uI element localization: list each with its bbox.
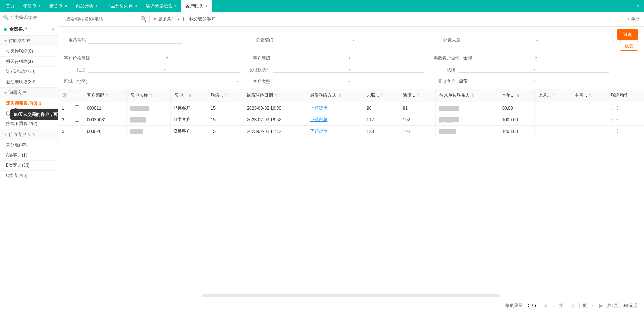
row-checkbox[interactable]	[75, 129, 79, 133]
current-year-sort-icon[interactable]: ⇅	[516, 93, 519, 97]
sidebar-item-declining[interactable]: 持续下滑客户(2) ℹ	[0, 119, 58, 129]
sidebar-item-ungroup[interactable]: 未分组(32)	[0, 140, 58, 150]
type-sort-icon[interactable]: ⇅	[189, 93, 192, 97]
sidebar-item-tomorrow[interactable]: 明天待联络(1)	[0, 57, 58, 67]
query-button[interactable]: 查询	[617, 29, 638, 40]
row-contact-icon[interactable]: ♪	[611, 117, 613, 123]
filter-payment-select[interactable]: ▾	[273, 67, 424, 73]
current-month-sort-icon[interactable]: ⇅	[589, 93, 592, 97]
row-contact-icon[interactable]: ♪	[611, 129, 613, 134]
scrollbar-thumb[interactable]	[202, 294, 500, 297]
row-type: B类客户	[170, 102, 207, 114]
sidebar-search-input[interactable]	[10, 15, 58, 20]
select-all-checkbox[interactable]	[75, 93, 79, 97]
filter-customer-type-label: 客户类型	[249, 78, 270, 85]
filter-gender-select[interactable]: ▾	[88, 67, 240, 73]
sidebar-all-customers[interactable]: ⊞ 全部客户 «	[0, 23, 58, 36]
tab-home[interactable]: 首页	[1, 0, 19, 12]
filter-status-select[interactable]: ▾	[458, 67, 609, 73]
tab-sales-close[interactable]: ×	[39, 4, 41, 8]
contact-sort-icon[interactable]: ⇅	[225, 93, 228, 97]
my-customers-checkbox[interactable]	[183, 17, 188, 21]
horizontal-scrollbar[interactable]	[58, 293, 644, 299]
sidebar-group-problem-title[interactable]: ▼ 问题客户	[0, 88, 58, 98]
tab-product-list-close[interactable]: ×	[135, 4, 137, 8]
search-icon[interactable]: 🔍	[140, 16, 146, 22]
filter-phone-input[interactable]	[88, 37, 182, 44]
close-app-button[interactable]: ×	[633, 3, 643, 9]
sidebar-collapse-btn[interactable]: «	[52, 27, 54, 31]
sidebar-item-class-a[interactable]: A类客户(1)	[0, 150, 58, 161]
more-conditions-btn[interactable]: ▼ 更多条件 ▲	[153, 16, 180, 22]
tab-customer-tier-close[interactable]: ×	[174, 4, 177, 8]
sidebar-item-7days[interactable]: 近7天待联络(0)	[0, 67, 58, 77]
sidebar-item-overdue[interactable]: 逾期未联络(30)	[0, 77, 58, 87]
filter-dept-label: 分管部门	[251, 37, 273, 43]
page-input[interactable]	[567, 302, 580, 309]
last-method-sort-icon[interactable]: ⇅	[338, 93, 341, 97]
last-date-sort-icon[interactable]: ⇅	[275, 93, 278, 97]
first-page-button[interactable]: ◀	[542, 302, 549, 309]
row-more-icon[interactable]: ⠿	[615, 105, 619, 111]
filter-zero-customer-label: 零散客户	[434, 78, 455, 85]
row-checkbox[interactable]	[75, 105, 79, 110]
filter-person-select[interactable]: ▾	[463, 37, 609, 43]
my-customers-checkbox-wrap[interactable]: 我分管的客户	[183, 16, 216, 22]
related-contact-sort-icon[interactable]: ⇅	[472, 93, 475, 97]
filter-zero-attr-select[interactable]: 全部 ▾	[462, 54, 609, 62]
export-button[interactable]: ↓ 导出	[627, 16, 640, 22]
tab-purchase[interactable]: 进货单 ×	[45, 0, 71, 12]
search-input[interactable]	[66, 16, 140, 21]
next-page-button[interactable]: ›	[590, 302, 595, 309]
tab-customer-tier[interactable]: 客户分层经营 ×	[142, 0, 181, 12]
filter-customer-type-select[interactable]: ▾	[273, 78, 424, 84]
sidebar-item-class-b[interactable]: B类客户(33)	[0, 161, 58, 171]
table-settings-icon[interactable]: ⚙	[62, 92, 67, 98]
sidebar-group-problem: ▼ 问题客户 流失预警客户(3) ℹ 90天未交易的客户，可能有流失风险。 已流…	[0, 88, 58, 129]
overdue-sort-icon[interactable]: ⇅	[417, 93, 420, 97]
page-unit: 页	[583, 303, 587, 309]
last-month-sort-icon[interactable]: ⇅	[553, 93, 556, 97]
prev-page-button[interactable]: ‹	[552, 302, 556, 309]
tab-product-analysis-close[interactable]: ×	[96, 4, 98, 8]
uncontacted-sort-icon[interactable]: ⇅	[381, 93, 384, 97]
person-more-icon[interactable]: ···	[613, 37, 617, 43]
row-contact-icon[interactable]: ♪	[611, 105, 613, 111]
sidebar-search-icon: 🔍	[3, 15, 9, 20]
settings-button[interactable]: 设置	[620, 41, 638, 51]
filter-dept-select[interactable]: ▾	[275, 37, 430, 43]
row-checkbox[interactable]	[75, 117, 79, 122]
tab-product-list[interactable]: 商品分析列表 ×	[102, 0, 141, 12]
sidebar-group-value: ▼ 价值客户 ↻ ✎ 未分组(32) A类客户(1) B类客户(33) C类客户…	[0, 129, 58, 181]
region-more-icon[interactable]: ···	[236, 78, 240, 84]
tab-customer-contact[interactable]: 客户联系 ×	[181, 0, 212, 12]
per-page-select[interactable]: 50 ▾	[526, 302, 539, 309]
value-group-refresh-icon[interactable]: ↻	[28, 132, 31, 137]
filter-zero-customer-select[interactable]: 全部 ▾	[458, 77, 609, 85]
name-sort-icon[interactable]: ⇅	[150, 93, 153, 97]
sidebar-group-pending-title[interactable]: ▼ 待联络客户	[0, 36, 58, 46]
filter-price-grade-select[interactable]: ▾	[92, 55, 240, 61]
tab-customer-contact-close[interactable]: ×	[205, 4, 207, 8]
tab-product-analysis[interactable]: 商品分析 ×	[72, 0, 102, 12]
row-related-contact: █y ██ 3...	[435, 114, 498, 126]
filter-status-field: 状态 ▾	[434, 67, 609, 73]
code-sort-icon[interactable]: ⇅	[106, 93, 109, 97]
last-page-button[interactable]: ▶	[597, 302, 604, 309]
sidebar-item-churn-warning[interactable]: 流失预警客户(3) ℹ 90天未交易的客户，可能有流失风险。	[0, 98, 58, 109]
tab-sales[interactable]: 销售单 ×	[19, 0, 45, 12]
sidebar-item-today[interactable]: 今天待联络(0)	[0, 46, 58, 57]
filter-row-3: 性质 ▾ 收付款条件 ▾ 状态	[64, 65, 638, 74]
value-group-edit-icon[interactable]: ✎	[32, 132, 36, 137]
row-more-icon[interactable]: ⠿	[615, 117, 619, 123]
table-row: 1 000011 ██████ B类客户 15 2023-03-02 10:30…	[58, 102, 644, 114]
price-grade-dropdown-icon: ▾	[166, 56, 238, 60]
filter-row-1: 电话号码 分管部门 ▾ 分管人员 ▾	[64, 29, 638, 51]
row-more-icon[interactable]: ⠿	[615, 129, 619, 134]
row-last-date: 2023-03-02 10:30:	[243, 102, 306, 114]
tab-purchase-close[interactable]: ×	[65, 4, 67, 8]
sidebar-group-value-title[interactable]: ▼ 价值客户 ↻ ✎	[0, 129, 58, 140]
sidebar-item-class-c[interactable]: C类客户(6)	[0, 171, 58, 181]
filter-region-select[interactable]	[92, 81, 232, 82]
filter-customer-grade-select[interactable]: ▾	[273, 55, 424, 61]
